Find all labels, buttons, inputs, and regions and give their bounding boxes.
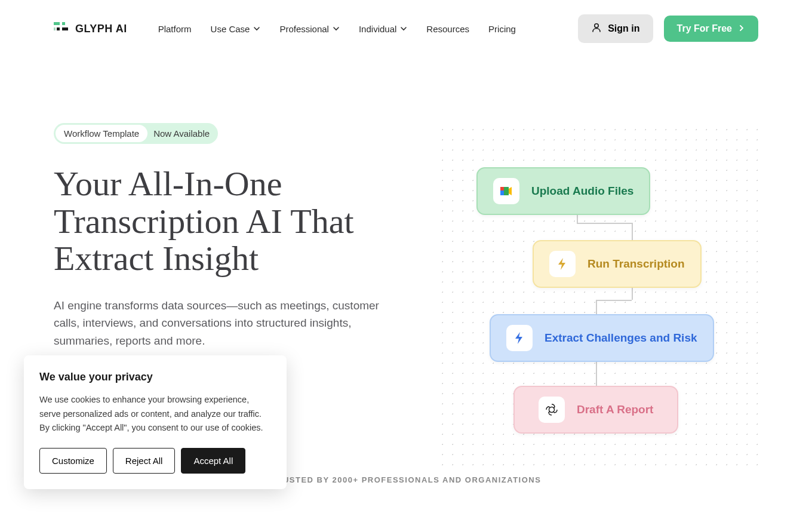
cookie-body: We use cookies to enhance your browsing …: [39, 393, 271, 435]
try-for-free-button[interactable]: Try For Free: [664, 16, 758, 42]
hero-title: Your All-In-One Transcription AI That Ex…: [54, 165, 412, 278]
feature-badge[interactable]: Workflow Template Now Available: [54, 123, 218, 144]
cookie-title: We value your privacy: [39, 371, 271, 383]
nav-label: Pricing: [488, 24, 516, 34]
hero-description: AI engine transforms data sources—such a…: [54, 297, 388, 349]
sign-in-label: Sign in: [608, 23, 639, 34]
reject-all-button[interactable]: Reject All: [113, 448, 176, 474]
chevron-down-icon: [253, 25, 260, 32]
connector-line: [596, 300, 632, 301]
flow-step-transcribe: Run Transcription: [533, 240, 702, 288]
connector-line: [632, 223, 633, 240]
openai-icon: [539, 397, 565, 423]
lightning-icon: [549, 251, 576, 277]
flow-step-draft: Draft A Report: [513, 386, 678, 434]
svg-rect-1: [62, 22, 65, 25]
customize-button[interactable]: Customize: [39, 448, 107, 474]
chevron-right-icon: [738, 23, 745, 34]
logo-mark-icon: [54, 22, 72, 35]
nav-item-pricing[interactable]: Pricing: [488, 24, 516, 34]
nav-item-platform[interactable]: Platform: [158, 24, 192, 34]
svg-rect-6: [500, 187, 504, 191]
nav-label: Use Case: [211, 24, 250, 34]
flow-step-extract: Extract Challenges and Risk: [490, 314, 714, 362]
logo-text: GLYPH AI: [75, 23, 127, 35]
badge-pill: Workflow Template: [56, 125, 147, 142]
main-nav: Platform Use Case Professional Individua…: [158, 24, 516, 34]
cookie-button-row: Customize Reject All Accept All: [39, 448, 271, 474]
flow-step-label: Draft A Report: [577, 403, 653, 416]
workflow-diagram: Upload Audio Files Run Transcription Ext…: [436, 123, 758, 469]
svg-rect-7: [500, 191, 504, 195]
nav-item-resources[interactable]: Resources: [426, 24, 469, 34]
flow-step-label: Extract Challenges and Risk: [545, 331, 697, 345]
flow-step-label: Upload Audio Files: [531, 185, 633, 198]
accept-all-button[interactable]: Accept All: [181, 448, 245, 474]
logo[interactable]: GLYPH AI: [54, 22, 127, 35]
nav-label: Platform: [158, 24, 192, 34]
svg-rect-2: [57, 27, 60, 30]
svg-rect-4: [54, 27, 56, 30]
nav-label: Individual: [359, 24, 396, 34]
meet-app-icon: [493, 178, 519, 204]
connector-line: [577, 223, 632, 224]
connector-line: [596, 359, 597, 386]
nav-item-professional[interactable]: Professional: [279, 24, 340, 34]
sign-in-button[interactable]: Sign in: [578, 14, 653, 43]
chevron-down-icon: [400, 25, 407, 32]
lightning-icon: [506, 325, 533, 351]
header: GLYPH AI Platform Use Case Professional …: [0, 0, 812, 57]
nav-label: Resources: [426, 24, 469, 34]
connector-line: [596, 300, 597, 314]
svg-point-5: [595, 24, 598, 27]
cookie-consent-dialog: We value your privacy We use cookies to …: [24, 355, 287, 489]
badge-text: Now Available: [153, 128, 210, 139]
svg-rect-0: [54, 22, 60, 25]
try-free-label: Try For Free: [677, 23, 732, 34]
chevron-down-icon: [333, 25, 340, 32]
svg-rect-3: [62, 27, 68, 30]
user-icon: [591, 22, 602, 35]
flow-step-label: Run Transcription: [588, 257, 685, 271]
header-actions: Sign in Try For Free: [578, 14, 758, 43]
nav-item-use-case[interactable]: Use Case: [211, 24, 261, 34]
svg-rect-8: [504, 187, 509, 195]
nav-item-individual[interactable]: Individual: [359, 24, 407, 34]
nav-label: Professional: [279, 24, 329, 34]
flow-step-upload: Upload Audio Files: [476, 167, 650, 215]
